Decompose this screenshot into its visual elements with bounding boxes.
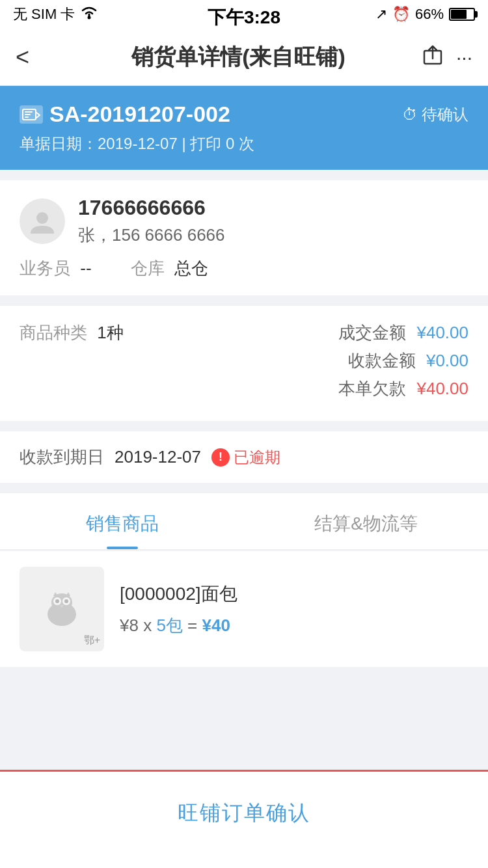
order-icon [20, 105, 43, 124]
due-amount-row: 本单欠款 ¥40.00 [338, 377, 468, 400]
customer-info: 17666666666 张，156 6666 6666 [78, 196, 468, 247]
overdue-text: 已逾期 [234, 447, 280, 468]
due-date-value: 2019-12-07 [115, 447, 201, 467]
order-date: 单据日期：2019-12-07 | 打印 0 次 [20, 133, 468, 154]
product-type-label: 商品种类 [20, 323, 87, 342]
product-thumbnail: 鄂+ [20, 567, 104, 651]
page-title: 销货单详情(来自旺铺) [131, 42, 346, 72]
svg-point-9 [64, 599, 68, 603]
order-id: SA-20191207-002 [20, 102, 230, 127]
warehouse-field: 仓库 总仓 [131, 257, 208, 280]
back-button[interactable]: < [16, 44, 55, 71]
status-left: 无 SIM 卡 [13, 5, 98, 24]
tab-settlement-logistics[interactable]: 结算&物流等 [244, 493, 488, 549]
received-amount-row: 收款金额 ¥0.00 [338, 349, 468, 372]
location-icon: ↗ [375, 6, 387, 23]
product-equals: = [183, 616, 202, 635]
warehouse-value: 总仓 [174, 258, 208, 278]
product-qty: 5包 [156, 616, 182, 635]
tab-sales-products[interactable]: 销售商品 [0, 493, 244, 549]
transaction-amount: ¥40.00 [416, 323, 468, 343]
bottom-bar: 旺铺订单确认 [0, 770, 488, 868]
svg-point-0 [88, 16, 91, 20]
product-type-field: 商品种类 1种 [20, 321, 124, 344]
customer-row: 17666666666 张，156 6666 6666 [20, 196, 468, 247]
salesperson-field: 业务员 -- [20, 257, 92, 280]
svg-point-8 [55, 599, 59, 603]
product-info: [0000002]面包 ¥8 x 5包 = ¥40 [120, 582, 468, 637]
customer-name: 张，156 6666 6666 [78, 224, 468, 247]
product-unit-price: ¥8 x [120, 616, 156, 635]
nav-bar: < 销货单详情(来自旺铺) ··· [0, 29, 488, 86]
customer-meta: 业务员 -- 仓库 总仓 [20, 257, 468, 280]
wifi-icon [80, 5, 98, 23]
share-icon[interactable] [422, 44, 443, 70]
clock-icon: ⏱ [402, 105, 418, 124]
battery-icon [449, 8, 475, 21]
product-type-value: 1种 [97, 323, 123, 342]
product-total: ¥40 [202, 616, 230, 635]
product-name: [0000002]面包 [120, 582, 468, 606]
received-amount: ¥0.00 [426, 351, 468, 371]
customer-card: 17666666666 张，156 6666 6666 业务员 -- 仓库 总仓 [0, 180, 488, 295]
alarm-icon: ⏰ [392, 6, 410, 23]
amounts-block: 成交金额 ¥40.00 收款金额 ¥0.00 本单欠款 ¥40.00 [338, 321, 468, 405]
transaction-label: 成交金额 [338, 321, 406, 344]
due-date-card: 收款到期日 2019-12-07 ! 已逾期 [0, 431, 488, 483]
battery-percent: 66% [415, 6, 444, 23]
due-amount-value: ¥40.00 [416, 379, 468, 399]
received-label: 收款金额 [348, 349, 416, 372]
summary-card: 商品种类 1种 成交金额 ¥40.00 收款金额 ¥0.00 本单欠款 ¥40.… [0, 306, 488, 421]
due-date-label: 收款到期日 [20, 446, 104, 468]
confirm-order-button[interactable]: 旺铺订单确认 [20, 785, 468, 842]
order-status-badge: ⏱ 待确认 [402, 104, 468, 125]
warehouse-label: 仓库 [131, 258, 165, 278]
overdue-icon: ! [211, 448, 230, 467]
status-time: 下午3:28 [208, 5, 280, 30]
nav-actions: ··· [422, 44, 472, 70]
carrier-text: 无 SIM 卡 [13, 5, 75, 24]
status-right: ↗ ⏰ 66% [375, 6, 475, 23]
salesperson-label: 业务员 [20, 258, 70, 278]
salesperson-value: -- [80, 258, 91, 278]
customer-phone: 17666666666 [78, 196, 468, 220]
tab-bar: 销售商品 结算&物流等 [0, 493, 488, 550]
product-item: 鄂+ [0000002]面包 ¥8 x 5包 = ¥40 [0, 551, 488, 667]
avatar [20, 198, 65, 244]
due-amount-label: 本单欠款 [338, 377, 406, 400]
header-top-row: SA-20191207-002 ⏱ 待确认 [20, 102, 468, 127]
product-price: ¥8 x 5包 = ¥40 [120, 614, 468, 637]
transaction-amount-row: 成交金额 ¥40.00 [338, 321, 468, 344]
status-bar: 无 SIM 卡 下午3:28 ↗ ⏰ 66% [0, 0, 488, 29]
order-header-card: SA-20191207-002 ⏱ 待确认 单据日期：2019-12-07 | … [0, 86, 488, 170]
overdue-badge: ! 已逾期 [211, 447, 280, 468]
svg-point-3 [36, 212, 48, 224]
product-img-label: 鄂+ [84, 634, 100, 647]
more-icon[interactable]: ··· [456, 46, 472, 68]
